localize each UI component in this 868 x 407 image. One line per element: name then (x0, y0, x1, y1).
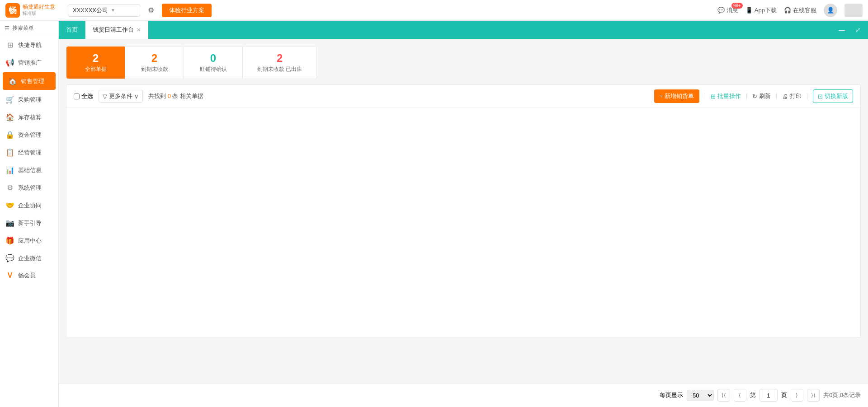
card-label-wangpu: 旺铺待确认 (198, 65, 228, 73)
sidebar-label-sales: 销售管理 (21, 77, 44, 85)
sidebar-item-purchase[interactable]: 🛒 采购管理 (0, 91, 58, 108)
toolbar-divider3 (776, 93, 777, 99)
app-download-label: App下载 (755, 6, 777, 14)
sidebar-item-apps[interactable]: 🎁 应用中心 (0, 232, 58, 249)
sidebar-item-guide[interactable]: 📷 新手引导 (0, 214, 58, 232)
service-icon: 🎧 (784, 7, 791, 14)
empty-table-area (66, 112, 860, 337)
tab-minimize-icon[interactable]: — (835, 23, 848, 36)
sidebar-item-enterprise[interactable]: 🤝 企业协同 (0, 196, 58, 214)
online-service-label: 在线客服 (793, 6, 816, 14)
system-icon: ⚙ (5, 183, 14, 192)
message-icon: 💬 (717, 7, 725, 14)
status-cards: 2 全部单据 2 到期未收款 0 旺铺待确认 2 到期未收款 已出库 (66, 46, 317, 79)
card-label-overdue: 到期未收款 (140, 65, 169, 73)
purchase-icon: 🛒 (5, 95, 14, 104)
avatar[interactable]: 👤 (824, 4, 837, 17)
sidebar-item-sales[interactable]: 🏠 销售管理 (3, 72, 56, 90)
tab-workbench-label: 钱货日清工作台 (93, 26, 134, 34)
logo-text-area: 畅捷通好生意 标准版 (23, 4, 55, 17)
page-first-button[interactable]: ⟨⟨ (717, 389, 730, 402)
more-filters-label: 更多条件 (109, 92, 132, 100)
select-all-checkbox[interactable]: 全选 (74, 92, 93, 100)
sidebar-label-operations: 经营管理 (18, 149, 42, 157)
search-icon: ☰ (5, 25, 9, 32)
sidebar-label-guide: 新手引导 (18, 219, 42, 227)
batch-op-icon: ⊞ (711, 93, 716, 100)
search-menu[interactable]: ☰ 搜索菜单 (0, 21, 58, 36)
sidebar-item-quick-nav[interactable]: ⊞ 快捷导航 (0, 36, 58, 54)
sidebar: ☰ 搜索菜单 ⊞ 快捷导航 📢 营销推广 🏠 销售管理 🛒 采购管理 🏠 库存核… (0, 0, 59, 407)
batch-op-button[interactable]: ⊞ 批量操作 (711, 92, 741, 100)
switch-version-button[interactable]: ⊡ 切换新版 (813, 89, 853, 103)
toolbar-divider4 (807, 93, 807, 99)
page-prev-button[interactable]: ⟨ (734, 389, 746, 402)
sidebar-item-system[interactable]: ⚙ 系统管理 (0, 179, 58, 196)
top-header: 畅 畅捷通好生意 标准版 XXXXXX公司 ▼ ⚙ 体验行业方案 💬 消息 99… (0, 0, 868, 21)
header-right: 💬 消息 99+ 📱 App下载 🎧 在线客服 👤 (717, 4, 863, 17)
settings-button[interactable]: ⚙ (144, 3, 158, 18)
sidebar-item-marketing[interactable]: 📢 营销推广 (0, 54, 58, 71)
sidebar-label-basic: 基础信息 (18, 166, 42, 174)
trial-button[interactable]: 体验行业方案 (162, 4, 212, 17)
select-all-input[interactable] (74, 94, 80, 99)
print-label: 打印 (790, 92, 802, 100)
card-num-overdue: 2 (140, 52, 169, 65)
messages-button[interactable]: 💬 消息 99+ (717, 6, 738, 14)
print-button[interactable]: 🖨 打印 (782, 92, 802, 100)
sidebar-item-basic[interactable]: 📊 基础信息 (0, 161, 58, 179)
tab-workbench[interactable]: 钱货日清工作台 ✕ (85, 21, 148, 39)
main-content: 2 全部单据 2 到期未收款 0 旺铺待确认 2 到期未收款 已出库 全选 (59, 39, 868, 407)
per-page-select[interactable]: 50 100 200 (687, 390, 714, 401)
print-icon: 🖨 (782, 93, 788, 100)
sidebar-item-member[interactable]: V 畅会员 (0, 267, 58, 284)
wechat-icon: 💬 (5, 254, 14, 262)
online-service-button[interactable]: 🎧 在线客服 (784, 6, 816, 14)
basic-icon: 📊 (5, 166, 14, 174)
logo-area: 畅 畅捷通好生意 标准版 (5, 3, 64, 18)
app-name: 畅捷通好生意 (23, 4, 55, 11)
app-download-icon: 📱 (745, 7, 753, 14)
switch-icon: ⊡ (818, 93, 823, 100)
finance-icon: 🔒 (5, 131, 14, 139)
page-label: 第 (750, 391, 756, 399)
filter-icon: ▽ (103, 93, 107, 100)
refresh-icon: ↻ (752, 93, 757, 100)
page-input[interactable]: 1 (760, 389, 778, 402)
app-download-button[interactable]: 📱 App下载 (745, 6, 777, 14)
more-filters-button[interactable]: ▽ 更多条件 ∨ (99, 90, 143, 103)
operations-icon: 📋 (5, 148, 14, 157)
sidebar-label-marketing: 营销推广 (18, 59, 42, 67)
card-label-shipped: 到期未收款 已出库 (257, 65, 302, 73)
found-count: 0 (168, 93, 171, 99)
status-card-wangpu[interactable]: 0 旺铺待确认 (184, 47, 243, 79)
guide-icon: 📷 (5, 219, 14, 227)
sidebar-label-inventory: 库存核算 (18, 113, 42, 122)
quick-nav-icon: ⊞ (5, 41, 14, 49)
page-next-button[interactable]: ⟩ (791, 389, 803, 402)
tab-maximize-icon[interactable]: ⤢ (852, 23, 864, 36)
tab-home[interactable]: 首页 (59, 21, 85, 39)
app-version: 标准版 (23, 10, 55, 17)
card-label-all: 全部单据 (81, 65, 110, 73)
sales-icon: 🏠 (8, 77, 17, 85)
found-text: 共找到 0 条 相关单据 (148, 92, 203, 100)
new-sale-button[interactable]: + 新增销货单 (654, 89, 699, 103)
status-card-overdue[interactable]: 2 到期未收款 (125, 47, 184, 79)
refresh-button[interactable]: ↻ 刷新 (752, 92, 771, 100)
member-icon: V (5, 271, 14, 280)
status-card-shipped[interactable]: 2 到期未收款 已出库 (243, 47, 316, 79)
company-selector[interactable]: XXXXXX公司 ▼ (68, 4, 140, 17)
sidebar-item-finance[interactable]: 🔒 资金管理 (0, 126, 58, 144)
sidebar-label-wechat: 企业微信 (18, 254, 42, 262)
page-last-button[interactable]: ⟩⟩ (807, 389, 820, 402)
tab-home-label: 首页 (66, 26, 78, 34)
sidebar-item-operations[interactable]: 📋 经营管理 (0, 144, 58, 161)
sidebar-label-quick-nav: 快捷导航 (18, 41, 42, 49)
sidebar-item-wechat[interactable]: 💬 企业微信 (0, 249, 58, 267)
toolbar: 全选 ▽ 更多条件 ∨ 共找到 0 条 相关单据 + 新增销货单 ⊞ (66, 85, 860, 108)
sidebar-item-inventory[interactable]: 🏠 库存核算 (0, 108, 58, 126)
avatar-icon: 👤 (827, 7, 834, 14)
status-card-all[interactable]: 2 全部单据 (66, 47, 125, 79)
tab-close-icon[interactable]: ✕ (137, 27, 141, 33)
